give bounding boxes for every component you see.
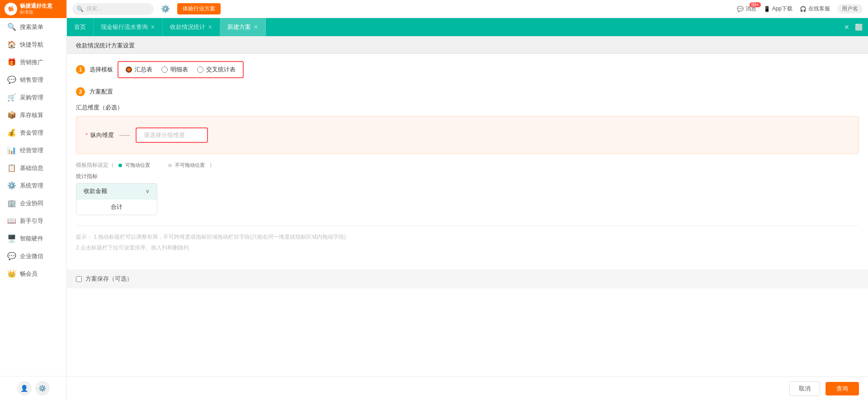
dimension-section-title: 汇总维度（必选） <box>76 104 859 112</box>
weixin-icon: 💬 <box>7 252 16 260</box>
chart-icon: 📊 <box>7 146 16 155</box>
close-paren: ） <box>209 161 215 169</box>
logo-text: 畅捷通好生意 标准版 <box>20 3 52 15</box>
home-icon: 🏠 <box>7 40 16 49</box>
sidebar-item-system[interactable]: ⚙️ 系统管理 <box>0 177 66 194</box>
content-area: 收款情况统计方案设置 1 选择模板 汇总表 <box>67 36 868 376</box>
sidebar-item-quick-nav[interactable]: 🏠 快捷导航 <box>0 36 66 53</box>
indicator-section-title: 统计指标 <box>76 173 859 180</box>
tip-line2: 2.点击标题栏下拉可设置排序、插入列和删除列 <box>76 242 859 253</box>
step1-title: 选择模板 <box>90 66 113 74</box>
app-download-btn[interactable]: 📱 App下载 <box>764 5 793 13</box>
tab-payment-stat[interactable]: 收款情况统计 ✕ <box>163 18 220 36</box>
sidebar-item-enterprise[interactable]: 🏢 企业协同 <box>0 194 66 212</box>
sidebar-item-guide[interactable]: 📖 新手引导 <box>0 212 66 230</box>
box-icon: 📦 <box>7 111 16 119</box>
page-title: 收款情况统计方案设置 <box>76 42 135 49</box>
topbar-right: 💬 消息 99+ 📱 App下载 🎧 在线客服 用户名 <box>737 4 863 14</box>
crown-icon: 👑 <box>7 269 16 278</box>
sidebar-item-search-menu[interactable]: 🔍 搜索菜单 <box>0 18 66 36</box>
dimension-arrow: —— <box>119 132 130 138</box>
cancel-button[interactable]: 取消 <box>789 381 820 396</box>
required-mark: * <box>85 132 88 138</box>
radio-summary[interactable]: 汇总表 <box>126 66 152 74</box>
separator <box>156 161 162 169</box>
expand-icon[interactable]: ⬜ <box>855 24 863 31</box>
dimension-row: * 纵向维度 —— 请选择分组维度 <box>85 127 849 143</box>
radio-cross[interactable]: 交叉统计表 <box>197 66 236 74</box>
sidebar: 畅 畅捷通好生意 标准版 🔍 搜索菜单 🏠 快捷导航 🎁 营销推广 💬 销售管理… <box>0 0 67 400</box>
tab-close-payment-stat[interactable]: ✕ <box>208 24 212 30</box>
query-button[interactable]: 查询 <box>826 382 859 395</box>
step1-number: 1 <box>76 65 85 74</box>
sidebar-item-sales[interactable]: 💬 销售管理 <box>0 71 66 89</box>
window-controls: ✕ ⬜ <box>839 18 868 36</box>
indicator-dropdown-icon[interactable]: ∨ <box>146 188 150 194</box>
bottom-bar: 取消 查询 <box>67 376 868 400</box>
sidebar-item-marketing[interactable]: 🎁 营销推广 <box>0 53 66 71</box>
search-bar[interactable]: 🔍 搜索... <box>72 3 154 15</box>
step2-number: 2 <box>76 87 85 96</box>
settings-icon[interactable]: ⚙️ <box>161 5 170 13</box>
page-header: 收款情况统计方案设置 <box>67 36 868 54</box>
step2-title: 方案配置 <box>90 88 113 96</box>
close-window-icon[interactable]: ✕ <box>844 24 849 31</box>
indicator-settings: 模板指标设定（ 可拖动位置 不可拖动位置 ） <box>76 161 859 216</box>
sidebar-item-hardware[interactable]: 🖥️ 智能硬件 <box>0 230 66 247</box>
message-icon: 💬 <box>737 6 744 12</box>
sidebar-footer-btn-2[interactable]: ⚙️ <box>35 381 50 395</box>
indicator-cell-amount[interactable]: 收款金额 ∨ <box>76 184 157 199</box>
sales-icon: 💬 <box>7 75 16 84</box>
main-area: 🔍 搜索... ⚙️ 体验行业方案 💬 消息 99+ 📱 App下载 🎧 在线客… <box>67 0 868 400</box>
indicator-cell-total: 合计 <box>76 199 157 215</box>
search-icon: 🔍 <box>77 6 84 12</box>
sidebar-item-member[interactable]: 👑 畅会员 <box>0 265 66 282</box>
download-icon: 📱 <box>764 6 770 12</box>
gift-icon: 🎁 <box>7 58 16 66</box>
tab-close-cash-flow[interactable]: ✕ <box>151 24 155 30</box>
sidebar-item-inventory[interactable]: 📦 库存核算 <box>0 106 66 124</box>
tab-close-new-plan[interactable]: ✕ <box>254 24 258 30</box>
industry-btn[interactable]: 体验行业方案 <box>177 3 221 14</box>
radio-detail-input[interactable] <box>161 66 168 73</box>
step2-section: 2 方案配置 汇总维度（必选） * 纵向维度 —— <box>76 87 859 253</box>
tip-line1: 提示： 1.拖动标题栏可以调整布局，不可跨维度或指标区域拖动栏目字段(只能在同一… <box>76 231 859 242</box>
message-badge[interactable]: 💬 消息 99+ <box>737 5 756 13</box>
headset-icon: 🎧 <box>800 6 807 12</box>
sidebar-item-basic-info[interactable]: 📋 基础信息 <box>0 159 66 177</box>
radio-cross-input[interactable] <box>197 66 203 73</box>
clipboard-icon: 📋 <box>7 164 16 172</box>
sidebar-item-purchase[interactable]: 🛒 采购管理 <box>0 89 66 106</box>
radio-detail[interactable]: 明细表 <box>161 66 188 74</box>
save-plan-checkbox[interactable] <box>76 276 82 282</box>
step1-header: 1 选择模板 汇总表 明细表 <box>76 61 859 78</box>
money-icon: 💰 <box>7 128 16 137</box>
search-menu-icon: 🔍 <box>7 23 16 31</box>
building-icon: 🏢 <box>7 199 16 207</box>
tabbar: 首页 现金银行流水查询 ✕ 收款情况统计 ✕ 新建方案 ✕ ✕ ⬜ <box>67 18 868 36</box>
dimension-selector[interactable]: 请选择分组维度 <box>136 127 208 143</box>
page-body: 1 选择模板 汇总表 明细表 <box>67 54 868 269</box>
user-profile[interactable]: 用户名 <box>837 4 863 14</box>
sidebar-item-operations[interactable]: 📊 经营管理 <box>0 141 66 159</box>
sidebar-footer-btn-1[interactable]: 👤 <box>17 381 32 395</box>
tab-cash-flow[interactable]: 现金银行流水查询 ✕ <box>94 18 163 36</box>
step2-header: 2 方案配置 <box>76 87 859 96</box>
sidebar-nav: 🔍 搜索菜单 🏠 快捷导航 🎁 营销推广 💬 销售管理 🛒 采购管理 📦 库存核… <box>0 18 66 376</box>
vertical-dimension-label: * 纵向维度 <box>85 131 114 139</box>
monitor-icon: 🖥️ <box>7 234 16 243</box>
config-section: 汇总维度（必选） * 纵向维度 —— 请选择分组维度 <box>76 104 859 216</box>
sidebar-item-capital[interactable]: 💰 资金管理 <box>0 124 66 141</box>
draggable-badge: 可拖动位置 <box>118 162 150 169</box>
cart-icon: 🛒 <box>7 93 16 102</box>
sidebar-logo: 畅 畅捷通好生意 标准版 <box>0 0 66 18</box>
online-service-btn[interactable]: 🎧 在线客服 <box>800 5 830 13</box>
tab-new-plan[interactable]: 新建方案 ✕ <box>220 18 266 36</box>
non-draggable-dot <box>168 164 172 167</box>
tips-section: 提示： 1.拖动标题栏可以调整布局，不可跨维度或指标区域拖动栏目字段(只能在同一… <box>76 226 859 253</box>
tab-home[interactable]: 首页 <box>67 18 94 36</box>
book-icon: 📖 <box>7 216 16 225</box>
radio-summary-input[interactable] <box>126 66 132 73</box>
sidebar-item-weixin[interactable]: 💬 企业微信 <box>0 247 66 265</box>
page-footer: 方案保存（可选） <box>67 269 868 288</box>
